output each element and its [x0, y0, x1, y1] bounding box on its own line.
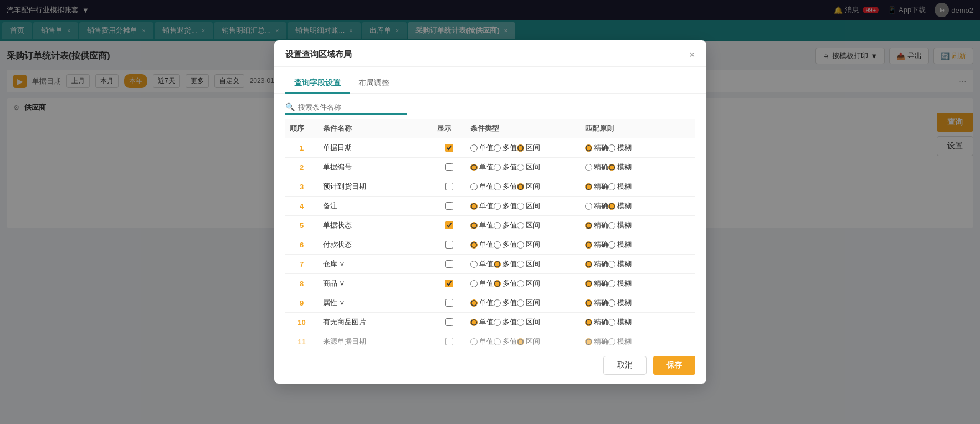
type-multi[interactable]: 多值 — [494, 259, 517, 269]
type-single[interactable]: 单值 — [470, 143, 494, 153]
row-name: 来源单据日期 — [319, 337, 433, 347]
type-multi[interactable]: 多值 — [494, 220, 517, 230]
match-fuzzy[interactable]: 模糊 — [608, 317, 632, 327]
row-display-check[interactable] — [433, 144, 466, 152]
match-fuzzy[interactable]: 模糊 — [608, 298, 632, 308]
match-exact[interactable]: 精确 — [585, 298, 608, 308]
row-type-options: 单值 多值 区间 — [466, 162, 581, 172]
row-order: 9 — [285, 299, 319, 307]
type-multi[interactable]: 多值 — [494, 337, 517, 347]
type-single[interactable]: 单值 — [470, 201, 494, 211]
match-fuzzy[interactable]: 模糊 — [608, 162, 632, 172]
type-single[interactable]: 单值 — [470, 240, 494, 250]
type-range[interactable]: 区间 — [517, 201, 540, 211]
type-range[interactable]: 区间 — [517, 298, 540, 308]
type-multi[interactable]: 多值 — [494, 201, 517, 211]
match-fuzzy[interactable]: 模糊 — [608, 182, 632, 192]
match-fuzzy[interactable]: 模糊 — [608, 220, 632, 230]
match-exact[interactable]: 精确 — [585, 240, 608, 250]
row-display-check[interactable] — [433, 318, 466, 326]
row-display-check[interactable] — [433, 280, 466, 287]
type-multi[interactable]: 多值 — [494, 182, 517, 192]
type-range[interactable]: 区间 — [517, 162, 540, 172]
type-range[interactable]: 区间 — [517, 259, 540, 269]
row-display-check[interactable] — [433, 241, 466, 249]
type-multi[interactable]: 多值 — [494, 143, 517, 153]
type-single[interactable]: 单值 — [470, 298, 494, 308]
row-display-check[interactable] — [433, 260, 466, 268]
type-range[interactable]: 区间 — [517, 337, 540, 347]
type-range[interactable]: 区间 — [517, 278, 540, 288]
match-fuzzy[interactable]: 模糊 — [608, 259, 632, 269]
table-row: 5 单据状态 单值 多值 区间 精确 模糊 — [285, 216, 695, 235]
type-multi[interactable]: 多值 — [494, 278, 517, 288]
match-exact[interactable]: 精确 — [585, 259, 608, 269]
row-display-check[interactable] — [433, 299, 466, 307]
type-single[interactable]: 单值 — [470, 259, 494, 269]
row-display-check[interactable] — [433, 202, 466, 210]
row-display-check[interactable] — [433, 338, 466, 345]
match-exact[interactable]: 精确 — [585, 201, 608, 211]
type-multi[interactable]: 多值 — [494, 317, 517, 327]
table-head-row: 顺序 条件名称 显示 条件类型 匹配原则 — [285, 119, 695, 138]
row-order: 8 — [285, 280, 319, 288]
tab-query-field-settings[interactable]: 查询字段设置 — [285, 74, 350, 94]
match-fuzzy[interactable]: 模糊 — [608, 337, 632, 347]
row-name: 仓库 ∨ — [319, 259, 433, 269]
match-fuzzy[interactable]: 模糊 — [608, 201, 632, 211]
row-order: 1 — [285, 144, 319, 152]
row-order: 10 — [285, 318, 319, 327]
cancel-button[interactable]: 取消 — [603, 356, 647, 375]
dialog-tabs: 查询字段设置 布局调整 — [274, 67, 706, 94]
row-type-options: 单值 多值 区间 — [466, 201, 581, 211]
tab-query-field-label: 查询字段设置 — [294, 78, 341, 87]
row-display-check[interactable] — [433, 221, 466, 229]
type-single[interactable]: 单值 — [470, 337, 494, 347]
type-range[interactable]: 区间 — [517, 240, 540, 250]
match-exact[interactable]: 精确 — [585, 337, 608, 347]
save-button[interactable]: 保存 — [653, 356, 695, 375]
row-name: 有无商品图片 — [319, 317, 433, 327]
match-fuzzy[interactable]: 模糊 — [608, 240, 632, 250]
type-range[interactable]: 区间 — [517, 143, 540, 153]
table-row: 9 属性 ∨ 单值 多值 区间 精确 模糊 — [285, 293, 695, 313]
type-multi[interactable]: 多值 — [494, 162, 517, 172]
match-exact[interactable]: 精确 — [585, 143, 608, 153]
table-row: 1 单据日期 单值 多值 区间 精确 模糊 — [285, 138, 695, 158]
col-head-order: 顺序 — [285, 123, 319, 133]
type-single[interactable]: 单值 — [470, 162, 494, 172]
type-single[interactable]: 单值 — [470, 278, 494, 288]
type-single[interactable]: 单值 — [470, 317, 494, 327]
type-single[interactable]: 单值 — [470, 220, 494, 230]
type-range[interactable]: 区间 — [517, 317, 540, 327]
match-exact[interactable]: 精确 — [585, 278, 608, 288]
row-display-check[interactable] — [433, 163, 466, 171]
tab-layout-adjust[interactable]: 布局调整 — [350, 74, 398, 94]
type-multi[interactable]: 多值 — [494, 298, 517, 308]
row-order: 4 — [285, 202, 319, 210]
search-input-wrap: 🔍 — [285, 100, 407, 115]
row-type-options: 单值 多值 区间 — [466, 182, 581, 192]
row-name: 单据编号 — [319, 162, 433, 172]
row-type-options: 单值 多值 区间 — [466, 143, 581, 153]
match-fuzzy[interactable]: 模糊 — [608, 143, 632, 153]
search-icon: 🔍 — [285, 102, 295, 111]
row-match-options: 精确 模糊 — [581, 220, 695, 230]
row-type-options: 单值 多值 区间 — [466, 317, 581, 327]
table-row: 10 有无商品图片 单值 多值 区间 精确 模糊 — [285, 313, 695, 332]
type-range[interactable]: 区间 — [517, 182, 540, 192]
match-exact[interactable]: 精确 — [585, 182, 608, 192]
match-exact[interactable]: 精确 — [585, 220, 608, 230]
match-exact[interactable]: 精确 — [585, 317, 608, 327]
dialog-title: 设置查询区域布局 — [285, 49, 352, 60]
type-multi[interactable]: 多值 — [494, 240, 517, 250]
row-display-check[interactable] — [433, 183, 466, 190]
match-exact[interactable]: 精确 — [585, 162, 608, 172]
row-name: 商品 ∨ — [319, 278, 433, 288]
match-fuzzy[interactable]: 模糊 — [608, 278, 632, 288]
type-range[interactable]: 区间 — [517, 220, 540, 230]
type-single[interactable]: 单值 — [470, 182, 494, 192]
search-input[interactable] — [298, 103, 403, 111]
dialog-close-button[interactable]: × — [689, 50, 695, 60]
dialog-overlay: 设置查询区域布局 × 查询字段设置 布局调整 🔍 顺序 条件名称 — [0, 0, 980, 424]
